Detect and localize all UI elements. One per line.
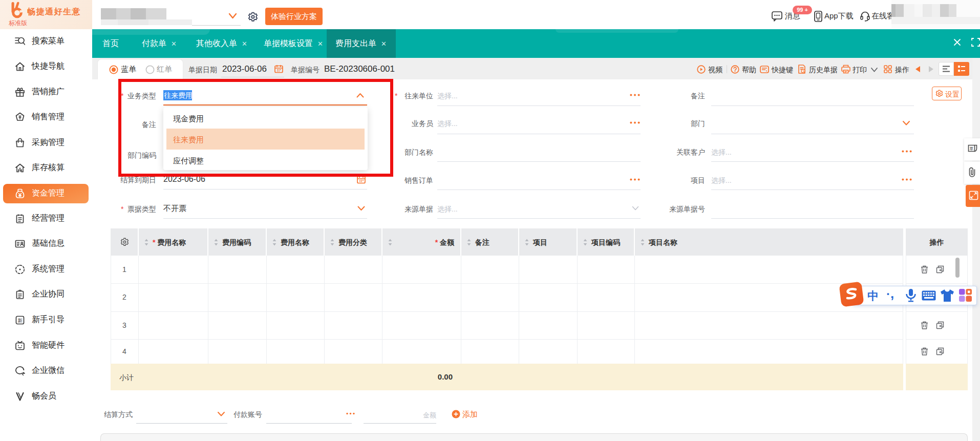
svg-text:草: 草 <box>970 146 974 151</box>
svg-text:新: 新 <box>17 318 23 323</box>
